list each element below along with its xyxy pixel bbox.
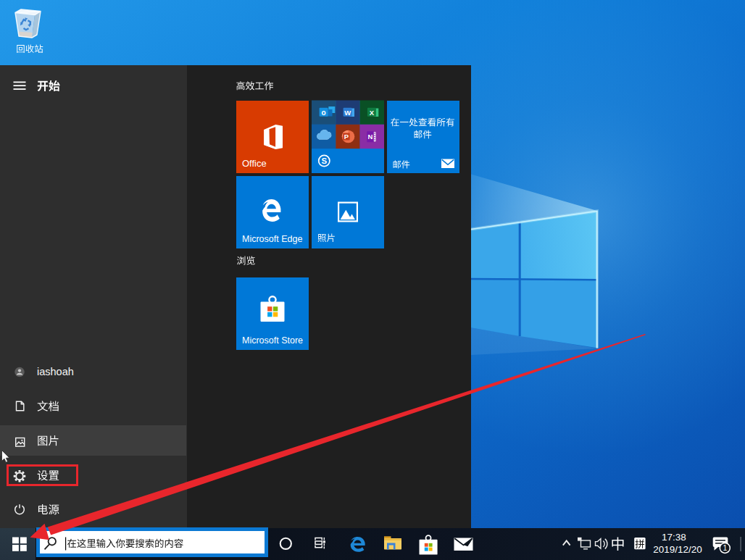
svg-text:X: X [370,109,375,117]
svg-text:o: o [322,109,326,117]
svg-text:1: 1 [723,543,727,552]
svg-text:P: P [344,133,349,141]
svg-text:W: W [344,109,351,117]
svg-text:S: S [321,156,327,165]
svg-text:N: N [368,133,373,141]
